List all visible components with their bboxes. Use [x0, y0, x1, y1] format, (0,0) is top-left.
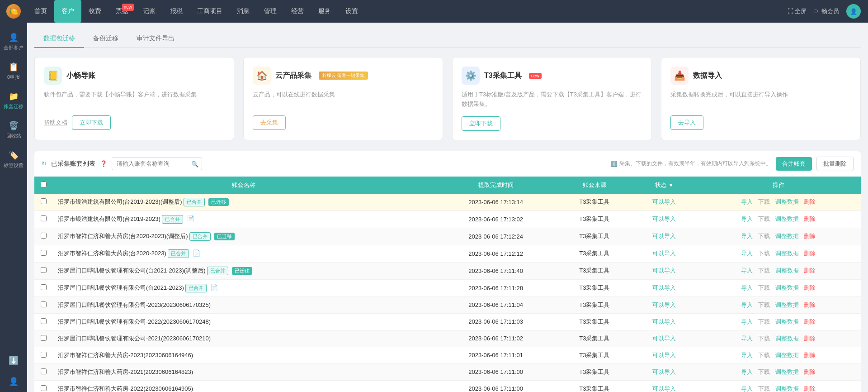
download-action-btn[interactable]: 下载 — [758, 198, 770, 205]
adjust-action-btn[interactable]: 调整数据 — [775, 385, 799, 392]
merge-accounts-btn[interactable]: 合并账套 — [776, 157, 812, 171]
tab-data-migration[interactable]: 数据包迁移 — [34, 30, 84, 48]
row-checkbox[interactable] — [41, 335, 47, 341]
collect-btn-yunproduct[interactable]: 去采集 — [253, 115, 286, 130]
search-button[interactable]: 🔍 — [191, 160, 198, 167]
row-checkbox[interactable] — [41, 267, 47, 273]
sidebar-item-zero-declare[interactable]: 📋 0申报 — [0, 57, 27, 86]
import-action-btn[interactable]: 导入 — [741, 215, 753, 222]
download-action-btn[interactable]: 下载 — [758, 368, 770, 375]
import-action-btn[interactable]: 导入 — [741, 284, 753, 291]
refresh-icon[interactable]: ↻ — [42, 160, 47, 167]
import-action-btn[interactable]: 导入 — [741, 233, 753, 239]
tab-audit-export[interactable]: 审计文件导出 — [127, 30, 184, 48]
adjust-action-btn[interactable]: 调整数据 — [775, 318, 799, 325]
col-status[interactable]: 状态 ▼ — [632, 177, 696, 194]
row-checkbox[interactable] — [41, 215, 47, 221]
row-checkbox[interactable] — [41, 198, 47, 204]
sidebar-item-download[interactable]: ⬇️ — [9, 350, 19, 371]
delete-action-btn[interactable]: 删除 — [804, 284, 816, 291]
download-action-btn[interactable]: 下载 — [758, 318, 770, 325]
fullscreen-btn[interactable]: ⛶ 全屏 — [788, 7, 807, 15]
download-action-btn[interactable]: 下载 — [758, 284, 770, 291]
help-doc-link[interactable]: 帮助文档 — [44, 119, 67, 127]
nav-item-operation[interactable]: 经营 — [284, 0, 311, 23]
sidebar-item-user[interactable]: 👤 — [9, 371, 19, 392]
download-action-btn[interactable]: 下载 — [758, 215, 770, 222]
download-action-btn[interactable]: 下载 — [758, 301, 770, 308]
app-logo[interactable]: 🍋 — [0, 0, 27, 23]
delete-action-btn[interactable]: 删除 — [804, 335, 816, 342]
row-checkbox[interactable] — [41, 318, 47, 324]
delete-action-btn[interactable]: 删除 — [804, 301, 816, 308]
download-action-btn[interactable]: 下载 — [758, 385, 770, 392]
download-btn-xiaochangdaozhang[interactable]: 立即下载 — [72, 115, 111, 130]
adjust-action-btn[interactable]: 调整数据 — [775, 215, 799, 222]
delete-action-btn[interactable]: 删除 — [804, 233, 816, 239]
import-action-btn[interactable]: 导入 — [741, 250, 753, 257]
nav-item-home[interactable]: 首页 — [27, 0, 54, 23]
row-checkbox[interactable] — [41, 368, 47, 374]
nav-item-invoice[interactable]: 票据 new — [108, 0, 136, 23]
row-checkbox[interactable] — [41, 284, 47, 290]
import-action-btn[interactable]: 导入 — [741, 385, 753, 392]
sidebar-item-recycle[interactable]: 🗑️ 回收站 — [0, 115, 27, 145]
download-btn-t3tool[interactable]: 立即下载 — [462, 116, 500, 131]
download-action-btn[interactable]: 下载 — [758, 335, 770, 342]
sidebar-item-account-migrate[interactable]: 📁 账套迁移 — [0, 86, 27, 115]
adjust-action-btn[interactable]: 调整数据 — [775, 267, 799, 274]
member-btn[interactable]: ▷ 畅会员 — [814, 7, 839, 15]
nav-item-manage[interactable]: 管理 — [257, 0, 284, 23]
import-action-btn[interactable]: 导入 — [741, 267, 753, 274]
nav-item-fee[interactable]: 收费 — [81, 0, 108, 23]
delete-action-btn[interactable]: 删除 — [804, 385, 816, 392]
import-action-btn[interactable]: 导入 — [741, 368, 753, 375]
adjust-action-btn[interactable]: 调整数据 — [775, 335, 799, 342]
nav-item-settings[interactable]: 设置 — [338, 0, 365, 23]
download-action-btn[interactable]: 下载 — [758, 250, 770, 257]
nav-item-message[interactable]: 消息 — [230, 0, 257, 23]
adjust-action-btn[interactable]: 调整数据 — [775, 284, 799, 291]
adjust-action-btn[interactable]: 调整数据 — [775, 233, 799, 239]
nav-item-business[interactable]: 工商项目 — [190, 0, 230, 23]
sidebar-item-all-customers[interactable]: 👤 全部客户 — [0, 27, 27, 57]
download-action-btn[interactable]: 下载 — [758, 233, 770, 239]
row-checkbox[interactable] — [41, 250, 47, 256]
header-checkbox[interactable] — [34, 177, 52, 194]
adjust-action-btn[interactable]: 调整数据 — [775, 250, 799, 257]
delete-action-btn[interactable]: 删除 — [804, 368, 816, 375]
delete-action-btn[interactable]: 删除 — [804, 198, 816, 205]
row-checkbox[interactable] — [41, 301, 47, 307]
adjust-action-btn[interactable]: 调整数据 — [775, 301, 799, 308]
tab-backup-migration[interactable]: 备份迁移 — [84, 30, 127, 48]
batch-delete-btn[interactable]: 批量删除 — [816, 157, 854, 171]
row-checkbox[interactable] — [41, 385, 47, 391]
import-action-btn[interactable]: 导入 — [741, 335, 753, 342]
sidebar-item-label-settings[interactable]: 🏷️ 标签设置 — [0, 145, 27, 174]
row-checkbox[interactable] — [41, 233, 47, 239]
import-action-btn[interactable]: 导入 — [741, 301, 753, 308]
import-action-btn[interactable]: 导入 — [741, 352, 753, 359]
nav-item-tax[interactable]: 报税 — [163, 0, 190, 23]
row-checkbox[interactable] — [41, 352, 47, 358]
delete-action-btn[interactable]: 删除 — [804, 352, 816, 359]
nav-item-customer[interactable]: 客户 — [54, 0, 81, 23]
nav-item-accounting[interactable]: 记账 — [136, 0, 163, 23]
delete-action-btn[interactable]: 删除 — [804, 215, 816, 222]
adjust-action-btn[interactable]: 调整数据 — [775, 368, 799, 375]
download-action-btn[interactable]: 下载 — [758, 267, 770, 274]
import-btn-dataimport[interactable]: 去导入 — [670, 115, 703, 130]
delete-action-btn[interactable]: 删除 — [804, 318, 816, 325]
select-all-checkbox[interactable] — [41, 182, 47, 187]
account-name: 汨罗市银浩建筑有限公司(台2019-2023)(调整后) — [58, 198, 182, 205]
search-input[interactable] — [112, 157, 202, 170]
import-action-btn[interactable]: 导入 — [741, 318, 753, 325]
adjust-action-btn[interactable]: 调整数据 — [775, 198, 799, 205]
nav-item-service[interactable]: 服务 — [311, 0, 338, 23]
delete-action-btn[interactable]: 删除 — [804, 250, 816, 257]
user-avatar[interactable]: 👤 — [846, 4, 861, 19]
import-action-btn[interactable]: 导入 — [741, 198, 753, 205]
adjust-action-btn[interactable]: 调整数据 — [775, 352, 799, 359]
delete-action-btn[interactable]: 删除 — [804, 267, 816, 274]
download-action-btn[interactable]: 下载 — [758, 352, 770, 359]
